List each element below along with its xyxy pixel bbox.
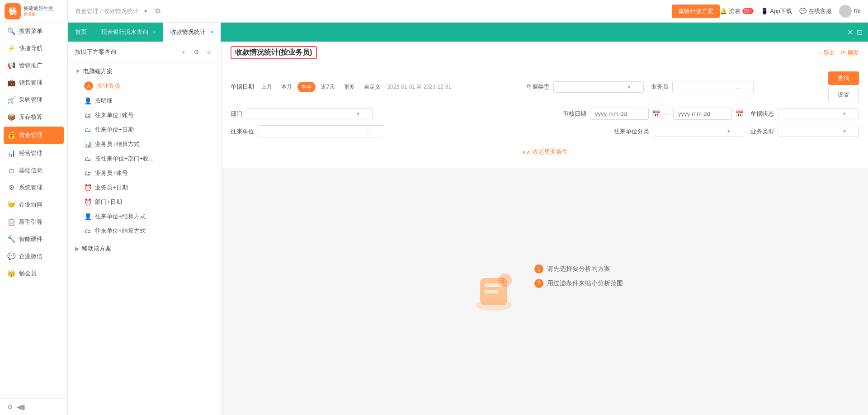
unit-settlement2-icon: 🗂 (84, 227, 91, 235)
query-btn[interactable]: 查询 (828, 71, 859, 85)
counterpart-more-btn[interactable]: ... (366, 128, 371, 135)
topbar-online-service[interactable]: 💬 在线客服 (799, 7, 832, 15)
filter-counterpart-label: 往来单位 (231, 127, 254, 136)
topbar-app-download[interactable]: 📱 App下载 (761, 7, 792, 15)
app-logo-badge: 标准版 (24, 11, 53, 17)
scheme-item-by-salesperson-settlement[interactable]: 📊 业务员+结算方式 (68, 137, 221, 151)
tab-receipts[interactable]: 收款情况统计 × (163, 23, 221, 42)
topbar-notifications[interactable]: 🔔 消息 99+ (720, 7, 754, 15)
scheme-item-by-unit-settlement[interactable]: 👤 往来单位+结算方式 (68, 209, 221, 224)
scheme-item-label: 按明细 (95, 97, 113, 105)
empty-state: ? 1 请先选择要分析的方案 2 用过滤条件来缩小分析范围 (467, 264, 623, 319)
scheme-item-label: 部门+日期 (95, 198, 122, 206)
mobile-scheme-group-header[interactable]: ▶ 移动端方案 (68, 242, 221, 255)
sidebar-item-enterprise[interactable]: 🤝 企业协同 (0, 196, 67, 213)
scheme-item-by-detail[interactable]: 👤 按明细 (68, 94, 221, 108)
date-tab-more[interactable]: 更多 (340, 82, 359, 92)
set-btn[interactable]: 设置 (828, 88, 859, 102)
sidebar-item-label: 资金管理 (19, 131, 42, 139)
export-btn[interactable]: ↑ 导出 (819, 49, 835, 57)
page-header-actions: ↑ 导出 ↺ 刷新 (819, 49, 859, 57)
system-icon: ⚙ (7, 184, 15, 192)
tab-bank[interactable]: 现金银行流水查询 × (94, 23, 163, 42)
calendar-to-icon[interactable]: 📅 (736, 110, 743, 118)
sidebar-item-operations[interactable]: 📊 经营管理 (0, 145, 67, 162)
window-maximize-btn[interactable]: ⊡ (857, 28, 863, 37)
doctype-dropdown-arrow: ▾ (628, 84, 631, 90)
wechat-icon: 💬 (7, 252, 15, 260)
date-tab-this-month[interactable]: 本月 (278, 82, 296, 92)
sidebar-item-quicknav[interactable]: ⚡ 快捷导航 (0, 40, 67, 57)
sidebar-item-guide[interactable]: 📋 新手引导 (0, 213, 67, 231)
scheme-item-by-salesperson[interactable]: 人 按业务员 (68, 78, 221, 94)
dept-dropdown-arrow: ▾ (357, 111, 359, 117)
add-scheme-btn[interactable]: + (179, 47, 189, 57)
scheme-item-by-unit-date[interactable]: 🗂 往来单位+日期 (68, 123, 221, 137)
topbar-user[interactable]: Rit (839, 5, 861, 18)
trial-btn[interactable]: 体验行业方案 (672, 5, 720, 18)
topbar-gear-btn[interactable]: ⚙ (155, 7, 161, 15)
sidebar-item-inventory[interactable]: 📦 库存核算 (0, 108, 67, 126)
scheme-item-by-dept-date[interactable]: ⏰ 部门+日期 (68, 195, 221, 209)
sidebar-item-member[interactable]: 👑 畅会员 (0, 265, 67, 282)
filter-counterpart-item: 往来单位 ... (231, 125, 384, 137)
scheme-item-by-unit-settlement2[interactable]: 🗂 往来单位+结算方式 (68, 224, 221, 238)
filter-biz-type-select[interactable]: ▾ (778, 126, 859, 137)
sidebar-item-hardware[interactable]: 🔧 智能硬件 (0, 231, 67, 248)
filter-doctype-select[interactable]: ▾ (553, 81, 644, 93)
sidebar-item-marketing[interactable]: 📢 营销推广 (0, 57, 67, 74)
tab-receipts-close[interactable]: × (210, 29, 213, 35)
filter-doc-status-select[interactable]: ▾ (778, 108, 859, 119)
sales-icon: 💼 (7, 79, 15, 87)
scheme-item-by-salesperson-account[interactable]: 🗂 业务员+账号 (68, 166, 221, 180)
sidebar-item-sales[interactable]: 💼 销售管理 (0, 74, 67, 91)
sidebar-item-finance[interactable]: 💰 资金管理 (4, 127, 64, 144)
filter-review-date-to[interactable] (673, 108, 732, 120)
sidebar-item-label: 智能硬件 (19, 235, 42, 243)
sidebar-item-label: 基础信息 (19, 166, 42, 174)
tab-home[interactable]: 首页 (68, 23, 94, 42)
date-tab-this-year[interactable]: 本年 (297, 82, 316, 92)
sidebar-item-search[interactable]: 🔍 搜索菜单 (0, 23, 67, 40)
filter-counterpart-select[interactable]: ... (258, 125, 384, 137)
bell-icon: 🔔 (720, 8, 727, 14)
collapse-bar[interactable]: ∧∧ 收起更多条件 (231, 143, 859, 160)
scheme-settings-btn[interactable]: ⚙ (191, 47, 201, 57)
filter-review-date-from[interactable] (590, 108, 649, 120)
sidebar-item-system[interactable]: ⚙ 系统管理 (0, 179, 67, 196)
detail-icon: 👤 (84, 97, 91, 104)
scheme-item-by-unit-dept[interactable]: 🗂 按往来单位+部门+收... (68, 151, 221, 166)
page-title-box: 收款情况统计(按业务员) (231, 46, 317, 59)
left-panel: 按以下方案查询 + ⚙ « ▼ 电脑端方案 人 按业务员 👤 (68, 42, 222, 415)
topbar-dropdown-btn[interactable]: ▾ (144, 8, 147, 14)
sidebar-item-purchase[interactable]: 🛒 采购管理 (0, 91, 67, 108)
date-tab-last7[interactable]: 近7天 (317, 82, 339, 92)
member-icon: 👑 (7, 269, 15, 278)
desktop-scheme-group-header[interactable]: ▼ 电脑端方案 (68, 65, 221, 78)
filter-salesperson-item: 业务员 ... (651, 81, 754, 93)
sidebar-item-label: 销售管理 (19, 79, 42, 87)
topbar: 资金管理 / 收款情况统计 ▾ ⚙ 体验行业方案 🔔 消息 99+ 📱 App下… (68, 0, 868, 23)
filter-dept-label: 部门 (231, 110, 242, 118)
filter-counterpart-cat-label: 往来单位分类 (614, 127, 649, 136)
scheme-item-by-salesperson-date[interactable]: ⏰ 业务员+日期 (68, 180, 221, 195)
date-dash: — (664, 110, 670, 117)
refresh-btn[interactable]: ↺ 刷新 (840, 49, 859, 57)
sidebar-collapse-btn[interactable]: ◀▮ (17, 403, 25, 410)
date-tab-custom[interactable]: 自定义 (360, 82, 384, 92)
scheme-item-by-unit-account[interactable]: 🗂 往来单位+账号 (68, 108, 221, 123)
panel-collapse-btn[interactable]: « (204, 47, 214, 57)
filter-counterpart-cat-select[interactable]: ▾ (653, 126, 743, 137)
sidebar-item-wechat[interactable]: 💬 企业微信 (0, 248, 67, 265)
filter-salesperson-select[interactable]: ... (672, 81, 754, 93)
sidebar-settings-btn[interactable]: ⚙ (7, 403, 13, 410)
date-tab-last-month[interactable]: 上月 (258, 82, 276, 92)
window-close-btn[interactable]: ✕ (847, 28, 853, 37)
filter-dept-select[interactable]: ▾ (246, 108, 373, 119)
scheme-toggle-icon: ▼ (75, 68, 80, 75)
unit-settlement-icon: 👤 (84, 213, 91, 220)
salesperson-more-btn[interactable]: ... (736, 84, 741, 90)
tab-bank-close[interactable]: × (153, 29, 156, 35)
sidebar-item-baseinfo[interactable]: 🗂 基础信息 (0, 162, 67, 179)
calendar-from-icon[interactable]: 📅 (652, 110, 660, 118)
